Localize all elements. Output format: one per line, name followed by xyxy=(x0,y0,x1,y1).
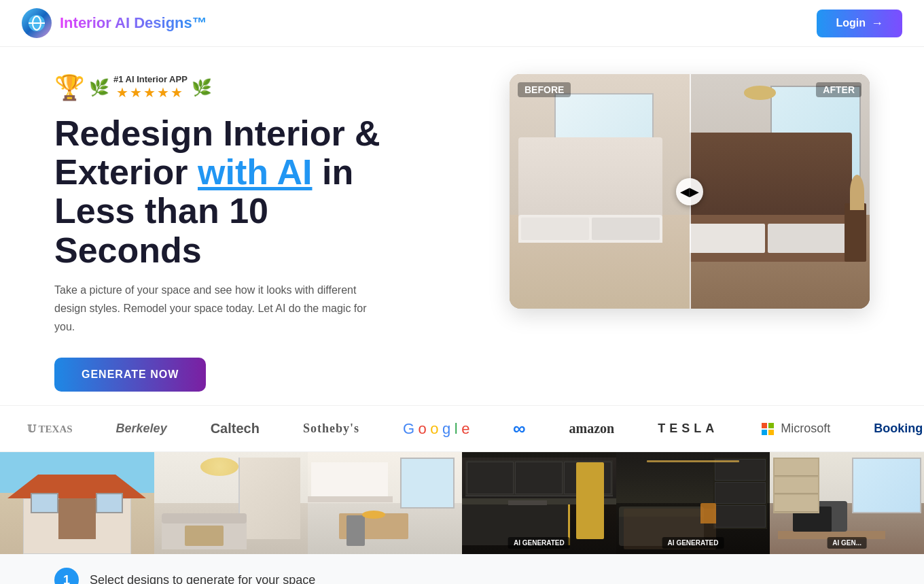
brands-track: 𝕌 TEXAS Berkeley Caltech Sotheby's Googl… xyxy=(0,418,924,439)
award-badge: 🏆 🌿 #1 AI Interior APP ★★★★★ 🌿 xyxy=(54,74,380,101)
svg-rect-5 xyxy=(762,430,767,435)
svg-rect-4 xyxy=(768,423,774,428)
title-part2: Exterior xyxy=(54,152,198,192)
laurel-left: 🏆 xyxy=(54,75,85,100)
svg-rect-3 xyxy=(762,423,767,428)
step-text: Select designs to generate for your spac… xyxy=(90,573,315,584)
room-img-3 xyxy=(308,452,462,554)
ai-badge-6: AI GEN... xyxy=(827,537,867,549)
brand-sothebys: Sotheby's xyxy=(303,422,359,436)
hero-subtitle: Take a picture of your space and see how… xyxy=(54,281,380,337)
brand-microsoft: Microsoft xyxy=(762,422,830,436)
after-label: AFTER xyxy=(816,82,861,97)
svg-rect-6 xyxy=(768,430,774,435)
title-part1: Redesign Interior & xyxy=(54,114,380,153)
brands-strip: 𝕌 TEXAS Berkeley Caltech Sotheby's Googl… xyxy=(0,405,924,452)
badge-label: #1 AI Interior APP xyxy=(113,74,188,84)
brand-amazon: amazon xyxy=(569,421,614,436)
brand-ut: 𝕌 TEXAS xyxy=(27,423,73,435)
before-panel: BEFORE xyxy=(510,74,690,309)
gallery-item-5: AI GENERATED xyxy=(616,452,770,554)
before-label: BEFORE xyxy=(518,82,571,97)
arrow-icon: → xyxy=(871,16,883,31)
badge-stars: ★★★★★ xyxy=(113,84,188,101)
gallery-strip: AI GENERATED AI GENERA xyxy=(0,452,924,554)
title-ai: with AI xyxy=(198,152,313,192)
brand-google: Google xyxy=(403,420,469,438)
gallery-item-3 xyxy=(308,452,462,554)
logo-icon xyxy=(22,8,52,38)
after-panel: AFTER xyxy=(690,74,870,309)
step-number: 1 xyxy=(54,568,79,584)
gallery-item-2 xyxy=(154,452,308,554)
ai-badge-4: AI GENERATED xyxy=(508,537,570,549)
gallery-item-6: AI GEN... xyxy=(770,452,924,554)
step-section: 1 Select designs to generate for your sp… xyxy=(0,554,924,584)
brand-caltech: Caltech xyxy=(211,421,260,436)
brand-name: Interior AI Designs™ xyxy=(60,14,207,32)
brand-berkeley: Berkeley xyxy=(116,422,167,436)
hero-title: Redesign Interior & Exterior with AI inL… xyxy=(54,114,380,270)
bedroom-before-img xyxy=(510,74,690,309)
gallery-item-1 xyxy=(0,452,154,554)
hero-left: 🏆 🌿 #1 AI Interior APP ★★★★★ 🌿 Redesign … xyxy=(54,74,380,392)
slider-handle[interactable]: ◀▶ xyxy=(676,178,703,205)
hero-section: 🏆 🌿 #1 AI Interior APP ★★★★★ 🌿 Redesign … xyxy=(0,47,924,405)
login-label: Login xyxy=(836,17,866,29)
brand-meta: ∞ xyxy=(513,418,526,439)
brand-booking: Booking.com xyxy=(874,422,924,436)
gallery-item-4: AI GENERATED xyxy=(462,452,616,554)
navbar-left: Interior AI Designs™ xyxy=(22,8,207,38)
generate-now-button[interactable]: GENERATE NOW xyxy=(54,358,206,392)
brand-tesla: TESLA xyxy=(658,422,718,436)
navbar: Interior AI Designs™ Login → xyxy=(0,0,924,47)
room-img-1 xyxy=(0,452,154,554)
ai-badge-5: AI GENERATED xyxy=(662,537,724,549)
login-button[interactable]: Login → xyxy=(817,10,902,37)
room-img-2 xyxy=(154,452,308,554)
hero-right: BEFORE ◀▶ xyxy=(510,74,870,309)
before-after-container: BEFORE ◀▶ xyxy=(510,74,870,309)
bedroom-after-img xyxy=(690,74,870,309)
